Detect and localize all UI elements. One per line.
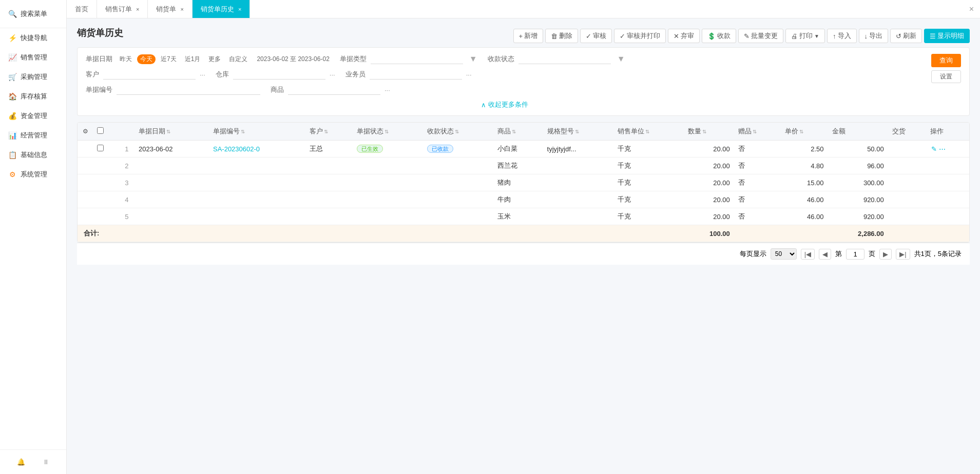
collapse-btn[interactable]: ∧ 收起更多条件 [86, 100, 923, 109]
tab-sales-order[interactable]: 销售订单 × [97, 0, 148, 18]
tab-sales-history[interactable]: 销货单历史 × [193, 0, 250, 18]
row-checkbox[interactable] [97, 145, 104, 151]
refresh-button[interactable]: ↺ 刷新 [890, 29, 922, 43]
product-input[interactable] [288, 85, 380, 95]
tab-sales-delivery-close[interactable]: × [180, 6, 183, 12]
th-collect-status[interactable]: 收款状态⇅ [423, 123, 493, 141]
warehouse-dots[interactable]: ··· [330, 71, 335, 78]
sidebar-item-operations[interactable]: 📊 经营管理 [0, 126, 66, 145]
more-icon[interactable]: ⋯ [939, 145, 946, 153]
sidebar-item-quick-nav[interactable]: ⚡ 快捷导航 [0, 28, 66, 48]
filter-row-3: 单据编号 商品 ··· [86, 85, 923, 95]
sidebar-item-system[interactable]: ⚙ 系统管理 [0, 165, 66, 184]
th-unit[interactable]: 销售单位⇅ [613, 123, 684, 141]
set-button[interactable]: 设置 [931, 70, 961, 83]
cell-customer [305, 174, 352, 191]
tab-sales-history-close[interactable]: × [238, 6, 241, 12]
audit-button[interactable]: ✓ 审核 [580, 29, 612, 43]
tabs-close-all[interactable]: × [963, 5, 980, 14]
data-table: ⚙ 单据日期⇅ 单据编号⇅ 客户⇅ 单据状态⇅ 收款状态⇅ 商品⇅ 规格型号⇅ … [77, 122, 970, 243]
sidebar-item-label: 快捷导航 [21, 33, 47, 43]
last-page-btn[interactable]: ▶| [896, 249, 910, 260]
select-all-checkbox[interactable] [97, 127, 104, 134]
salesperson-dots[interactable]: ··· [466, 71, 472, 78]
abandon-icon: ✕ [674, 32, 679, 40]
th-product[interactable]: 商品⇅ [493, 123, 543, 141]
collect-status-dropdown[interactable]: ▼ [617, 54, 625, 64]
sidebar-item-finance[interactable]: 💰 资金管理 [0, 106, 66, 126]
tab-sales-order-close[interactable]: × [136, 6, 139, 12]
show-detail-button[interactable]: ☰ 显示明细 [924, 29, 970, 43]
batch-change-icon: ✎ [744, 32, 750, 40]
collect-button[interactable]: 💲 收款 [702, 29, 736, 43]
query-button[interactable]: 查询 [931, 54, 961, 67]
date-btn-custom[interactable]: 自定义 [226, 54, 251, 64]
sidebar-item-purchase-mgmt[interactable]: 🛒 采购管理 [0, 67, 66, 87]
cell-doc-status [353, 191, 423, 208]
cell-trade [888, 191, 926, 208]
page-suffix-label: 页 [869, 249, 875, 259]
th-gift[interactable]: 赠品⇅ [734, 123, 781, 141]
cell-doc-status [353, 208, 423, 225]
sidebar-item-basic-info[interactable]: 📋 基础信息 [0, 145, 66, 165]
doc-type-dropdown[interactable]: ▼ [469, 54, 477, 64]
collapse-label: 收起更多条件 [488, 100, 528, 109]
tab-sales-delivery[interactable]: 销货单 × [148, 0, 192, 18]
new-icon: + [519, 32, 523, 40]
sidebar-footer: 🔔 ⏸ [0, 449, 66, 474]
next-page-btn[interactable]: ▶ [879, 249, 892, 260]
doc-num-input[interactable] [117, 85, 260, 95]
th-doc-status[interactable]: 单据状态⇅ [353, 123, 423, 141]
filter-doc-num: 单据编号 [86, 85, 260, 95]
table-row: 2 西兰花 千克 20.00 否 4.80 96.00 [78, 157, 969, 174]
batch-change-button[interactable]: ✎ 批量变更 [738, 29, 783, 43]
per-page-select[interactable]: 50 100 200 [771, 248, 797, 260]
doc-type-input[interactable] [371, 54, 463, 64]
edit-icon[interactable]: ✎ [931, 145, 937, 153]
collapse-up-icon: ∧ [481, 101, 486, 109]
sort-icon-price: ⇅ [799, 129, 803, 134]
collect-status-input[interactable] [518, 54, 611, 64]
date-btn-yesterday[interactable]: 昨天 [117, 54, 135, 64]
customer-input[interactable] [103, 69, 196, 80]
th-qty[interactable]: 数量⇅ [684, 123, 734, 141]
cell-row-num: 5 [119, 208, 134, 225]
export-button[interactable]: ↓ 导出 [859, 29, 889, 43]
delete-button[interactable]: 🗑 删除 [545, 29, 578, 43]
cell-doc-status [353, 157, 423, 174]
import-button[interactable]: ↑ 导入 [827, 29, 857, 43]
th-doc-date[interactable]: 单据日期⇅ [134, 123, 209, 141]
cell-amount: 96.00 [828, 157, 888, 174]
prev-page-btn[interactable]: ◀ [819, 249, 831, 260]
th-price[interactable]: 单价⇅ [781, 123, 828, 141]
tab-home[interactable]: 首页 [67, 0, 97, 18]
cell-collect-status [423, 208, 493, 225]
sidebar-search[interactable]: 🔍 搜索菜单 [0, 0, 66, 28]
sidebar-footer-icon2[interactable]: ⏸ [43, 458, 49, 466]
page-input[interactable] [846, 249, 864, 260]
cell-qty: 20.00 [684, 191, 734, 208]
cell-price: 15.00 [781, 174, 828, 191]
th-customer[interactable]: 客户⇅ [305, 123, 352, 141]
sidebar-item-inventory[interactable]: 🏠 库存核算 [0, 87, 66, 106]
table-row: 1 2023-06-02 SA-20230602-0 王总 已生效 已收款 小白… [78, 141, 969, 157]
warehouse-input[interactable] [233, 69, 325, 80]
salesperson-input[interactable] [370, 69, 462, 80]
sidebar-item-sales-mgmt[interactable]: 📈 销售管理 [0, 48, 66, 67]
new-button[interactable]: + 新增 [513, 29, 544, 43]
audit-print-button[interactable]: ✓ 审核并打印 [614, 29, 666, 43]
sidebar-footer-icon1[interactable]: 🔔 [17, 458, 25, 466]
th-spec[interactable]: 规格型号⇅ [543, 123, 613, 141]
th-doc-num[interactable]: 单据编号⇅ [209, 123, 305, 141]
abandon-button[interactable]: ✕ 弃审 [668, 29, 700, 43]
date-btn-today[interactable]: 今天 [137, 54, 156, 64]
th-settings[interactable]: ⚙ [78, 123, 93, 141]
print-button[interactable]: 🖨 打印 ▼ [785, 29, 825, 43]
first-page-btn[interactable]: |◀ [801, 249, 815, 260]
date-btn-more[interactable]: 更多 [205, 54, 224, 64]
date-btn-7days[interactable]: 近7天 [158, 54, 180, 64]
product-dots[interactable]: ··· [385, 86, 390, 94]
date-btn-1month[interactable]: 近1月 [182, 54, 204, 64]
customer-dots[interactable]: ··· [200, 71, 205, 78]
doc-num-label: 单据编号 [86, 85, 112, 94]
